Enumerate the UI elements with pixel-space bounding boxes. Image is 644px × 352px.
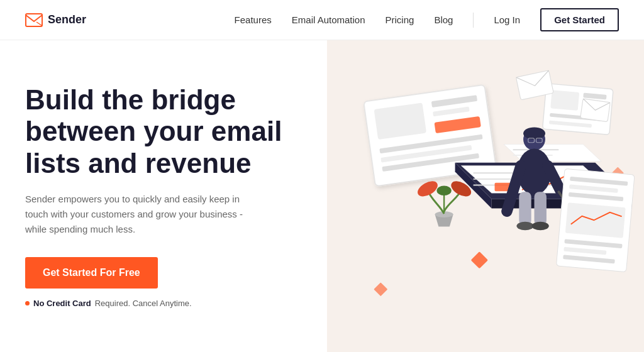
hero-note: No Credit Card Required. Cancel Anytime. bbox=[25, 299, 327, 308]
svg-point-34 bbox=[523, 127, 545, 139]
svg-point-44 bbox=[532, 222, 549, 231]
hero-section: Build the bridge between your email list… bbox=[0, 40, 644, 352]
svg-point-43 bbox=[516, 222, 533, 231]
svg-point-49 bbox=[436, 186, 451, 196]
svg-rect-18 bbox=[471, 251, 488, 268]
nav-divider bbox=[473, 13, 474, 28]
nav-pricing[interactable]: Pricing bbox=[386, 14, 414, 25]
hero-illustration bbox=[327, 40, 644, 352]
hero-left: Build the bridge between your email list… bbox=[25, 84, 327, 309]
note-dot bbox=[25, 301, 30, 305]
nav-features[interactable]: Features bbox=[235, 14, 272, 25]
note-bold: No Credit Card bbox=[33, 299, 91, 308]
note-rest: Required. Cancel Anytime. bbox=[95, 299, 192, 308]
svg-rect-42 bbox=[535, 192, 547, 225]
hero-illustration-area bbox=[327, 40, 644, 352]
svg-rect-54 bbox=[565, 202, 626, 238]
svg-rect-11 bbox=[550, 90, 579, 111]
logo[interactable]: Sender bbox=[25, 13, 86, 27]
nav-login[interactable]: Log In bbox=[494, 14, 520, 25]
logo-icon bbox=[25, 13, 43, 27]
logo-text: Sender bbox=[48, 13, 86, 26]
nav-get-started-button[interactable]: Get Started bbox=[540, 8, 619, 31]
hero-headline: Build the bridge between your email list… bbox=[25, 84, 327, 180]
svg-marker-30 bbox=[504, 145, 601, 162]
svg-rect-41 bbox=[519, 192, 531, 225]
nav-email-automation[interactable]: Email Automation bbox=[292, 14, 365, 25]
navbar: Sender Features Email Automation Pricing… bbox=[0, 0, 644, 40]
hero-get-started-button[interactable]: Get Started For Free bbox=[25, 257, 158, 289]
nav-links: Features Email Automation Pricing Blog L… bbox=[235, 8, 619, 31]
nav-blog[interactable]: Blog bbox=[434, 14, 453, 25]
hero-subtext: Sender empowers you to quickly and easil… bbox=[25, 192, 264, 237]
svg-point-47 bbox=[415, 178, 440, 199]
svg-rect-19 bbox=[374, 282, 387, 296]
